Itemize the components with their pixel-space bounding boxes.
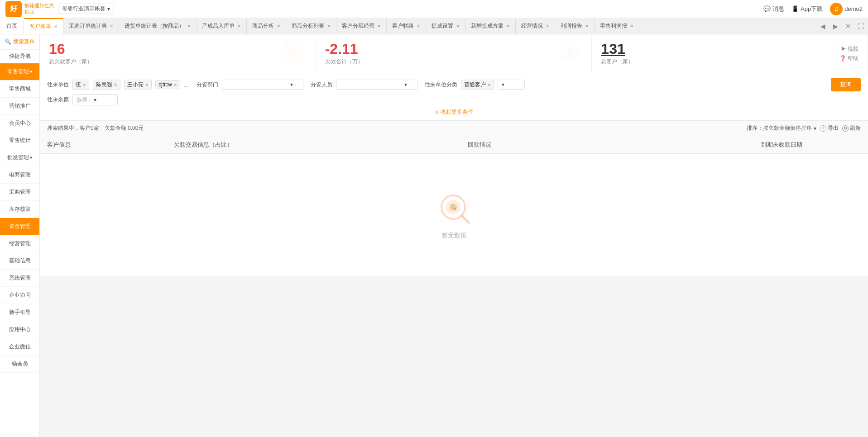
remove-category-tag[interactable]: ✕ xyxy=(487,82,491,87)
remove-tag-chen[interactable]: ✕ xyxy=(114,82,117,87)
tab-prev-btn[interactable]: ◀ xyxy=(817,21,828,32)
tab-purchase-order[interactable]: 采购订单统计表 ✕ xyxy=(63,18,119,34)
stat-card-total: 131 总客户（家） ▶ 视频 ❓ 帮助 xyxy=(592,34,868,73)
unit-tag-wang[interactable]: 王小亮 ✕ xyxy=(124,80,152,90)
tab-product-analysis-list[interactable]: 商品分析列表 ✕ xyxy=(286,18,336,34)
sidebar-item-app-center[interactable]: 应用中心 xyxy=(0,321,39,338)
messages-btn[interactable]: 💬 消息 xyxy=(763,5,784,13)
sidebar-search[interactable]: 🔍 搜索菜单 xyxy=(0,34,39,50)
tab-close-icon[interactable]: ✕ xyxy=(377,24,381,28)
category-tag-normal[interactable]: 普通客户 ✕ xyxy=(461,80,494,90)
sidebar-item-enterprise-collab[interactable]: 企业协同 xyxy=(0,287,39,304)
tab-nav-buttons: ◀ ▶ ✕ ⛶ xyxy=(817,21,868,32)
col-header-customer: 客户信息 xyxy=(47,141,174,149)
sidebar-item-marketing[interactable]: 营销推广 xyxy=(0,98,39,115)
sidebar-item-inventory[interactable]: 库存核算 xyxy=(0,201,39,218)
stat-value-amount: -2.11 xyxy=(325,42,363,56)
tab-close-icon[interactable]: ✕ xyxy=(327,24,331,28)
chevron-down-icon: ▾ xyxy=(94,97,96,103)
tab-close-icon[interactable]: ✕ xyxy=(546,24,549,28)
filter-row-1: 往来单位 伍 ✕ 陈民强 ✕ 王小亮 ✕ cjttcw ✕ ... xyxy=(47,78,861,91)
balance-dropdown[interactable]: 选择... ▾ xyxy=(72,94,118,105)
sidebar-item-member[interactable]: 畅会员 xyxy=(0,356,39,373)
unit-tag-wu[interactable]: 伍 ✕ xyxy=(72,80,89,90)
tab-product-analysis[interactable]: 商品分析 ✕ xyxy=(247,18,286,34)
remove-tag-cjttcw[interactable]: ✕ xyxy=(173,82,177,87)
tab-profit-report[interactable]: 利润报告 ✕ xyxy=(555,18,595,34)
tab-close-icon[interactable]: ✕ xyxy=(187,24,191,28)
dept-dropdown[interactable]: ▾ ··· xyxy=(222,80,303,90)
stat-label-customers: 总欠款客户（家） xyxy=(49,58,92,66)
export-btn[interactable]: ↑ 导出 xyxy=(820,124,839,132)
tab-close-icon[interactable]: ✕ xyxy=(417,24,420,28)
tab-home[interactable]: 首页 xyxy=(0,18,24,34)
tab-close-icon[interactable]: ✕ xyxy=(110,24,113,28)
col-header-debt: 欠款交易信息（占比） xyxy=(174,141,468,149)
account-selector[interactable]: 母婴行业演示帐套 ▾ xyxy=(58,4,114,14)
sidebar-item-ecommerce[interactable]: 电商管理 xyxy=(0,166,39,184)
tab-inventory-stats[interactable]: 进货单统计表（按商品） ✕ xyxy=(119,18,197,34)
tab-next-btn[interactable]: ▶ xyxy=(830,21,841,32)
tab-account-book[interactable]: 客户账本 ✕ xyxy=(24,18,63,34)
col-header-overdue: 到期未收款日期 xyxy=(761,141,861,149)
tab-customer-contact[interactable]: 客户联络 ✕ xyxy=(387,18,426,34)
stat-card-amount: -2.11 欠款合计（万） ✦ xyxy=(316,34,592,73)
category-dropdown[interactable]: ▾ xyxy=(498,80,525,90)
chevron-down-icon: ▾ xyxy=(30,69,32,74)
tab-close-icon[interactable]: ✕ xyxy=(585,24,589,28)
sidebar-quick-nav[interactable]: 快捷导航 xyxy=(0,50,39,63)
app-download-btn[interactable]: 📱 App下载 xyxy=(791,5,823,13)
category-filter-label: 往来单位分类 xyxy=(425,81,457,89)
collapse-icon: ∧ xyxy=(435,109,439,115)
stat-label-amount: 欠款合计（万） xyxy=(325,58,363,66)
tab-fullscreen-btn[interactable]: ⛶ xyxy=(855,21,866,32)
sidebar-item-retail-stats[interactable]: 零售统计 xyxy=(0,132,39,149)
col-header-repayment: 回款情况 xyxy=(468,141,762,149)
query-button[interactable]: 查询 xyxy=(831,78,861,91)
refresh-btn[interactable]: ↻ 刷新 xyxy=(842,124,861,132)
sort-selector[interactable]: 排序：按欠款金额倒序排序 ▾ xyxy=(747,124,816,132)
top-bar: 好 畅捷通好生意 标版 母婴行业演示帐套 ▾ 💬 消息 📱 App下载 D de… xyxy=(0,0,868,18)
user-menu[interactable]: D demo2 xyxy=(830,3,863,15)
tab-close-icon[interactable]: ✕ xyxy=(456,24,460,28)
filter-area: 往来单位 伍 ✕ 陈民强 ✕ 王小亮 ✕ cjttcw ✕ ... xyxy=(40,73,868,121)
tab-close-icon[interactable]: ✕ xyxy=(630,24,633,28)
sidebar-item-wholesale[interactable]: 批发管理 ▾ xyxy=(0,149,39,166)
sidebar-item-newbie-guide[interactable]: 新手引导 xyxy=(0,304,39,321)
tab-operations[interactable]: 经营情况 ✕ xyxy=(516,18,555,34)
more-tags-btn[interactable]: ... xyxy=(184,81,189,88)
person-dropdown[interactable]: ▾ ··· xyxy=(336,80,417,90)
sidebar-item-retail[interactable]: 零售管理 ▾ xyxy=(0,63,39,81)
stat-value-customers: 16 xyxy=(49,42,92,56)
sidebar-item-retail-mall[interactable]: 零售商城 xyxy=(0,81,39,98)
collapse-filters-btn[interactable]: ∧ 收起更多条件 xyxy=(47,108,861,116)
chevron-down-icon: ▾ xyxy=(107,6,110,12)
main-layout: 🔍 搜索菜单 快捷导航 零售管理 ▾ 零售商城 营销推广 会员中心 零售统计 批… xyxy=(0,34,868,437)
remove-tag-wu[interactable]: ✕ xyxy=(82,82,86,87)
tab-retail-profit[interactable]: 零售利润报 ✕ xyxy=(595,18,639,34)
sidebar-item-system[interactable]: 系统管理 xyxy=(0,270,39,287)
tab-close-icon[interactable]: ✕ xyxy=(506,24,510,28)
more-icon: ··· xyxy=(295,81,299,88)
sidebar-item-wechat[interactable]: 企业微信 xyxy=(0,338,39,356)
tab-close-icon[interactable]: ✕ xyxy=(54,24,58,29)
sidebar-item-purchase[interactable]: 采购管理 xyxy=(0,184,39,201)
sidebar-item-operations[interactable]: 经营管理 xyxy=(0,235,39,252)
tab-close-icon[interactable]: ✕ xyxy=(237,24,241,28)
unit-tag-chen[interactable]: 陈民强 ✕ xyxy=(93,80,120,90)
tab-customer-layering[interactable]: 客户分层经营 ✕ xyxy=(336,18,387,34)
remove-tag-wang[interactable]: ✕ xyxy=(145,82,149,87)
tab-product-storage[interactable]: 产成品入库单 ✕ xyxy=(197,18,247,34)
empty-state-icon: 🔍 xyxy=(436,190,472,226)
sidebar-item-basic-info[interactable]: 基础信息 xyxy=(0,252,39,270)
tab-close-all-btn[interactable]: ✕ xyxy=(843,21,854,32)
tab-commission-settings[interactable]: 提成设置 ✕ xyxy=(426,18,465,34)
sidebar-item-membership[interactable]: 会员中心 xyxy=(0,115,39,132)
sidebar-item-finance[interactable]: 资金管理 xyxy=(0,218,39,235)
stat-label-total: 总客户（家） xyxy=(601,58,633,66)
stats-row: 16 总欠款客户（家） ¥ -2.11 欠款合计（万） xyxy=(40,34,868,73)
unit-tag-cjttcw[interactable]: cjttcw ✕ xyxy=(155,80,180,89)
results-count: 搜索结果中，客户0家 xyxy=(47,124,99,132)
tab-close-icon[interactable]: ✕ xyxy=(277,24,280,28)
tab-new-commission[interactable]: 新增提成方案 ✕ xyxy=(465,18,516,34)
